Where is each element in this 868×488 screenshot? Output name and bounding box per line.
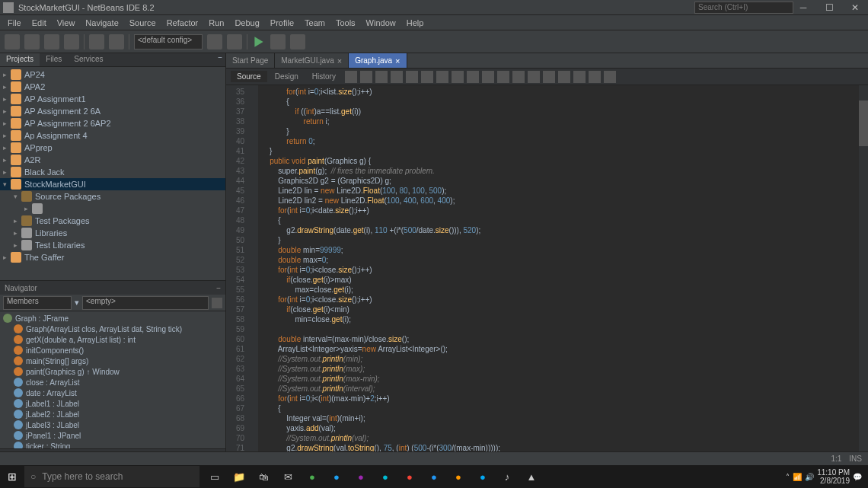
minimize-button[interactable]: ─ bbox=[793, 1, 813, 14]
menu-help[interactable]: Help bbox=[402, 17, 429, 29]
menu-file[interactable]: File bbox=[3, 17, 26, 29]
editor-tool-button[interactable] bbox=[589, 71, 601, 83]
sidebar-tab-projects[interactable]: Projects bbox=[0, 53, 40, 66]
sidebar-tab-services[interactable]: Services bbox=[68, 53, 109, 66]
sidebar-tab-files[interactable]: Files bbox=[40, 53, 68, 66]
menu-view[interactable]: View bbox=[53, 17, 80, 29]
taskbar-app-icon[interactable]: ● bbox=[327, 467, 346, 486]
taskbar-app-icon[interactable]: ♪ bbox=[498, 467, 516, 486]
editor-tool-button[interactable] bbox=[512, 71, 525, 83]
new-file-button[interactable] bbox=[5, 34, 20, 49]
taskbar-clock[interactable]: 11:10 PM 2/8/2019 bbox=[817, 468, 850, 485]
project-item[interactable]: ▾StockMarketGUI bbox=[0, 178, 225, 190]
file-tab[interactable]: Graph.java× bbox=[349, 53, 407, 68]
editor-tool-button[interactable] bbox=[482, 71, 494, 83]
taskbar-app-icon[interactable]: ● bbox=[474, 467, 492, 486]
project-item[interactable]: ▸ bbox=[0, 203, 225, 215]
navigator-tree[interactable]: Graph : JFrameGraph(ArrayList clos, Arra… bbox=[0, 311, 225, 448]
run-button[interactable] bbox=[252, 35, 266, 49]
menu-window[interactable]: Window bbox=[362, 17, 400, 29]
debug-button[interactable] bbox=[270, 34, 286, 49]
editor-tool-button[interactable] bbox=[604, 71, 616, 83]
redo-button[interactable] bbox=[109, 34, 124, 49]
editor-tool-button[interactable] bbox=[375, 71, 388, 83]
editor-tool-button[interactable] bbox=[573, 71, 586, 83]
taskbar-app-icon[interactable]: ● bbox=[400, 467, 419, 486]
new-project-button[interactable] bbox=[24, 34, 40, 49]
navigator-item[interactable]: Graph(ArrayList clos, ArrayList dat, Str… bbox=[0, 324, 225, 334]
navigator-item[interactable]: ticker : String bbox=[0, 441, 225, 448]
taskbar-app-icon[interactable]: ● bbox=[449, 467, 468, 486]
project-item[interactable]: ▸AP Assignment1 bbox=[0, 93, 225, 105]
menu-refactor[interactable]: Refactor bbox=[162, 17, 203, 29]
taskbar-app-icon[interactable]: ▲ bbox=[522, 467, 541, 486]
editor-tool-button[interactable] bbox=[528, 71, 540, 83]
menu-navigate[interactable]: Navigate bbox=[81, 17, 123, 29]
taskbar-search[interactable]: ○ Type here to search bbox=[24, 466, 199, 487]
navigator-item[interactable]: getX(double a, ArrayList list) : int bbox=[0, 334, 225, 345]
project-item[interactable]: ▸Ap Assignment 4 bbox=[0, 129, 225, 142]
tray-chevron-icon[interactable]: ˄ bbox=[786, 473, 790, 481]
open-button[interactable] bbox=[44, 34, 59, 49]
editor-tool-button[interactable] bbox=[345, 71, 357, 83]
navigator-item[interactable]: jLabel2 : JLabel bbox=[0, 409, 225, 419]
navigator-item[interactable]: main(String[] args) bbox=[0, 356, 225, 366]
taskbar-app-icon[interactable]: ● bbox=[425, 467, 443, 486]
taskbar-app-icon[interactable]: 📁 bbox=[230, 467, 248, 486]
editor-tool-button[interactable] bbox=[360, 71, 372, 83]
project-item[interactable]: ▸APprep bbox=[0, 142, 225, 154]
project-item[interactable]: ▸Libraries bbox=[0, 227, 225, 239]
menu-edit[interactable]: Edit bbox=[27, 17, 51, 29]
navigator-item[interactable]: jPanel1 : JPanel bbox=[0, 430, 225, 441]
editor-view-tab-source[interactable]: Source bbox=[231, 71, 267, 82]
editor-tool-button[interactable] bbox=[558, 71, 570, 83]
clean-build-button[interactable] bbox=[227, 34, 242, 49]
file-tab[interactable]: Start Page bbox=[226, 53, 275, 68]
navigator-item[interactable]: Graph : JFrame bbox=[0, 313, 225, 324]
task-view-button[interactable]: ▭ bbox=[206, 467, 224, 486]
editor-tool-button[interactable] bbox=[497, 71, 509, 83]
navigator-item[interactable]: jLabel3 : JLabel bbox=[0, 419, 225, 430]
collapse-nav-icon[interactable]: − bbox=[216, 284, 221, 292]
editor-tool-button[interactable] bbox=[421, 71, 433, 83]
notification-center-icon[interactable]: 💬 bbox=[853, 473, 862, 481]
tray-icon[interactable]: 📶 bbox=[793, 473, 802, 481]
close-button[interactable]: ✕ bbox=[845, 1, 865, 14]
project-item[interactable]: ▸AP24 bbox=[0, 69, 225, 81]
editor-tool-button[interactable] bbox=[406, 71, 418, 83]
project-item[interactable]: ▸AP Assignment 2 6A bbox=[0, 105, 225, 117]
nav-filter-combo[interactable]: <empty> bbox=[82, 296, 209, 310]
collapse-panel-icon[interactable]: − bbox=[215, 53, 225, 66]
taskbar-app-icon[interactable]: ● bbox=[376, 467, 394, 486]
editor-tool-button[interactable] bbox=[452, 71, 464, 83]
config-combo[interactable]: <default config> bbox=[134, 34, 203, 49]
project-item[interactable]: ▸A2R bbox=[0, 154, 225, 166]
taskbar-app-icon[interactable]: 🛍 bbox=[254, 467, 273, 486]
start-button[interactable]: ⊞ bbox=[0, 465, 24, 488]
editor-tool-button[interactable] bbox=[391, 71, 403, 83]
navigator-item[interactable]: paint(Graphics g) ↑ Window bbox=[0, 366, 225, 377]
project-item[interactable]: ▸Test Libraries bbox=[0, 239, 225, 251]
global-search-input[interactable] bbox=[694, 2, 793, 14]
profile-button[interactable] bbox=[290, 34, 305, 49]
navigator-item[interactable]: close : ArrayList bbox=[0, 377, 225, 388]
scrollbar-thumb[interactable] bbox=[859, 100, 868, 146]
project-item[interactable]: ▸APA2 bbox=[0, 81, 225, 93]
editor-scrollbar[interactable] bbox=[859, 85, 868, 451]
taskbar-app-icon[interactable]: ● bbox=[352, 467, 370, 486]
undo-button[interactable] bbox=[89, 34, 104, 49]
menu-source[interactable]: Source bbox=[125, 17, 161, 29]
navigator-item[interactable]: date : ArrayList bbox=[0, 388, 225, 398]
close-tab-icon[interactable]: × bbox=[337, 56, 342, 65]
menu-run[interactable]: Run bbox=[204, 17, 228, 29]
close-tab-icon[interactable]: × bbox=[395, 56, 400, 65]
menu-profile[interactable]: Profile bbox=[266, 17, 298, 29]
maximize-button[interactable]: ☐ bbox=[819, 1, 839, 14]
menu-team[interactable]: Team bbox=[300, 17, 330, 29]
projects-tree[interactable]: ▸AP24▸APA2▸AP Assignment1▸AP Assignment … bbox=[0, 67, 225, 280]
save-all-button[interactable] bbox=[64, 34, 79, 49]
navigator-item[interactable]: initComponents() bbox=[0, 345, 225, 356]
project-item[interactable]: ▸The Gaffer bbox=[0, 251, 225, 263]
menu-debug[interactable]: Debug bbox=[230, 17, 263, 29]
build-button[interactable] bbox=[207, 34, 222, 49]
